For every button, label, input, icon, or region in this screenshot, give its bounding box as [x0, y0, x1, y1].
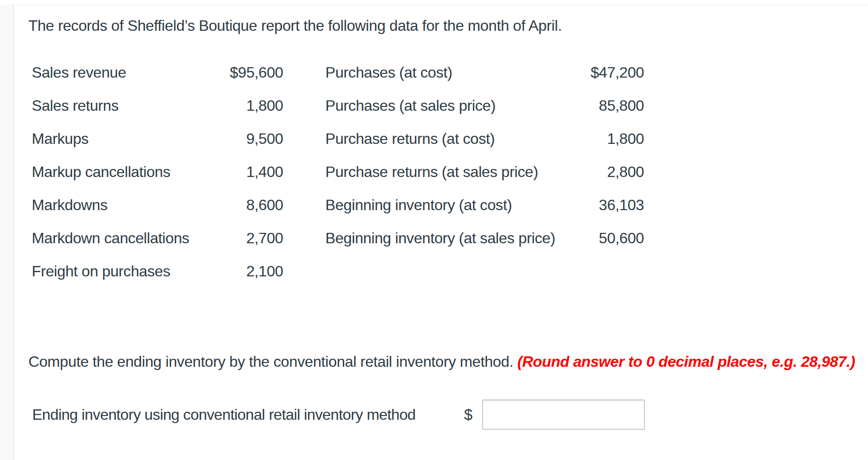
row-value-left: 1,400 [221, 155, 283, 188]
answer-row: Ending inventory using conventional reta… [32, 399, 837, 430]
row-label-right: Purchase returns (at sales price) [325, 155, 549, 188]
row-value-right: 1,800 [549, 122, 644, 155]
row-label-right: Purchases (at sales price) [325, 89, 549, 122]
left-gutter [0, 5, 14, 460]
row-value-right: 50,600 [549, 221, 644, 255]
row-label-right: Beginning inventory (at cost) [325, 188, 549, 221]
column-gap [283, 188, 325, 221]
column-gap [283, 56, 325, 89]
problem-statement: The records of Sheffield’s Boutique repo… [28, 17, 562, 35]
row-value-right [549, 255, 644, 288]
task-instruction-text: Compute the ending inventory by the conv… [28, 353, 517, 370]
row-value-left: 1,800 [221, 89, 283, 122]
april-data-table: Sales revenue $95,600 Purchases (at cost… [32, 56, 644, 288]
column-gap [283, 89, 325, 122]
row-label-right: Purchase returns (at cost) [325, 122, 549, 155]
row-value-right: 85,800 [549, 89, 644, 122]
ending-inventory-input[interactable] [482, 399, 645, 430]
row-label-left: Sales returns [32, 89, 221, 122]
rounding-note: (Round answer to 0 decimal places, e.g. … [517, 353, 855, 370]
row-value-left: 9,500 [221, 122, 283, 155]
row-value-left: 8,600 [221, 188, 283, 221]
row-label-left: Freight on purchases [32, 255, 221, 288]
row-label-left: Markups [32, 122, 221, 155]
row-value-right: $47,200 [549, 56, 644, 89]
row-label-right: Purchases (at cost) [325, 56, 549, 89]
task-instruction: Compute the ending inventory by the conv… [28, 353, 855, 371]
row-label-right: Beginning inventory (at sales price) [325, 221, 549, 255]
row-value-left: 2,100 [221, 255, 283, 288]
row-value-left: 2,700 [221, 221, 283, 255]
row-label-left: Markup cancellations [32, 155, 221, 188]
row-value-right: 36,103 [549, 188, 644, 221]
currency-symbol: $ [464, 406, 472, 424]
row-label-right [325, 255, 549, 288]
column-gap [283, 155, 325, 188]
column-gap [283, 255, 325, 288]
row-label-left: Markdowns [32, 188, 221, 221]
answer-label: Ending inventory using conventional reta… [32, 406, 416, 424]
row-label-left: Markdown cancellations [32, 221, 221, 255]
column-gap [283, 221, 325, 255]
row-label-left: Sales revenue [32, 56, 221, 89]
column-gap [283, 122, 325, 155]
row-value-left: $95,600 [221, 56, 283, 89]
panel-top-border [14, 5, 868, 5]
row-value-right: 2,800 [549, 155, 644, 188]
